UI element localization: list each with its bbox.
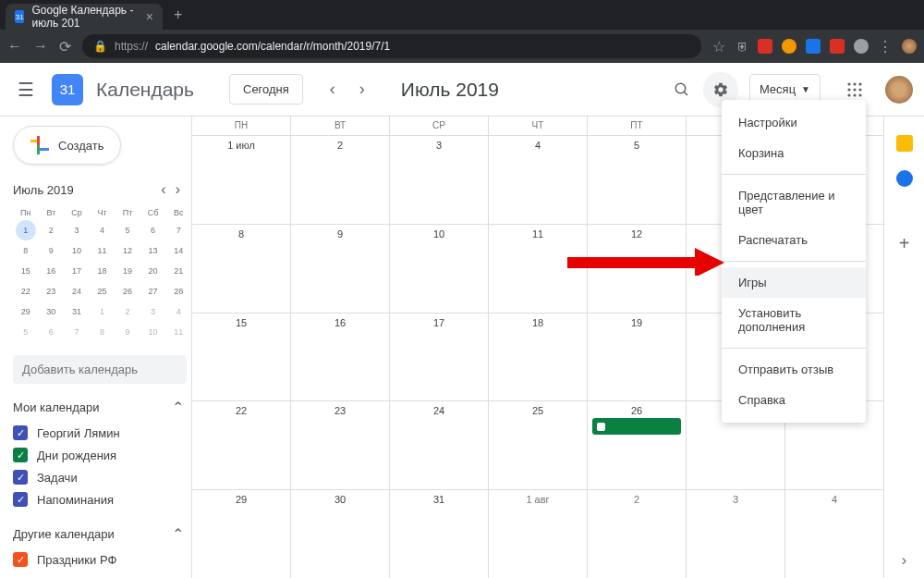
- mini-day[interactable]: 5: [117, 220, 138, 240]
- today-button[interactable]: Сегодня: [229, 74, 303, 105]
- mini-day[interactable]: 6: [41, 322, 61, 342]
- mini-day[interactable]: 15: [16, 261, 36, 281]
- day-cell[interactable]: 26: [588, 401, 687, 489]
- mini-day[interactable]: 12: [117, 240, 138, 261]
- ext-icon-3[interactable]: [806, 39, 821, 54]
- browser-menu-icon[interactable]: ⋮: [878, 38, 893, 55]
- day-cell[interactable]: 16: [291, 314, 390, 401]
- mini-day[interactable]: 14: [168, 240, 188, 261]
- ext-icon-5[interactable]: [854, 39, 869, 54]
- mini-day[interactable]: 20: [143, 261, 164, 281]
- back-button[interactable]: ←: [7, 38, 22, 55]
- mini-day[interactable]: 8: [16, 240, 36, 261]
- mini-day[interactable]: 3: [67, 220, 87, 240]
- mini-day[interactable]: 9: [41, 240, 61, 261]
- tasks-icon[interactable]: [896, 170, 913, 187]
- mini-day[interactable]: 10: [143, 322, 164, 342]
- calendar-item[interactable]: ✓Напоминания: [13, 488, 191, 510]
- calendar-item[interactable]: ✓Георгий Лямин: [13, 422, 191, 444]
- dropdown-item[interactable]: Игры: [722, 267, 866, 298]
- forward-button[interactable]: →: [33, 38, 48, 55]
- mini-day[interactable]: 10: [67, 240, 87, 261]
- mini-day[interactable]: 27: [143, 281, 164, 301]
- calendar-checkbox[interactable]: ✓: [13, 470, 28, 485]
- mini-day[interactable]: 7: [67, 322, 87, 342]
- ext-icon-2[interactable]: [782, 39, 796, 54]
- star-icon[interactable]: ☆: [712, 38, 725, 55]
- day-cell[interactable]: 29: [192, 490, 291, 578]
- mini-day[interactable]: 4: [168, 301, 188, 322]
- profile-avatar-icon[interactable]: [902, 39, 917, 54]
- shield-icon[interactable]: ⛨: [736, 40, 748, 54]
- reload-button[interactable]: ⟳: [59, 38, 71, 55]
- day-cell[interactable]: 3: [687, 490, 785, 578]
- mini-day[interactable]: 4: [91, 220, 112, 240]
- mini-day[interactable]: 3: [143, 301, 164, 322]
- mini-day[interactable]: 11: [168, 322, 188, 342]
- day-cell[interactable]: 11: [489, 225, 588, 313]
- day-cell[interactable]: 4: [489, 136, 588, 224]
- prev-month-button[interactable]: ‹: [320, 77, 346, 103]
- calendar-checkbox[interactable]: ✓: [13, 492, 28, 507]
- mini-day[interactable]: 11: [91, 240, 112, 261]
- mini-day[interactable]: 25: [91, 281, 112, 301]
- mini-prev-button[interactable]: ‹: [157, 179, 169, 200]
- ext-icon-1[interactable]: [758, 39, 772, 54]
- mini-day[interactable]: 30: [41, 301, 61, 322]
- next-month-button[interactable]: ›: [349, 77, 375, 103]
- mini-day[interactable]: 17: [67, 261, 87, 281]
- mini-day[interactable]: 26: [117, 281, 138, 301]
- day-cell[interactable]: 31: [390, 490, 489, 578]
- calendar-checkbox[interactable]: ✓: [13, 552, 28, 567]
- mini-day[interactable]: 13: [143, 240, 164, 261]
- day-cell[interactable]: 19: [588, 314, 687, 401]
- main-menu-button[interactable]: ☰: [7, 71, 44, 108]
- calendar-checkbox[interactable]: ✓: [13, 425, 28, 440]
- ext-icon-4[interactable]: [830, 39, 845, 54]
- day-cell[interactable]: 3: [390, 136, 489, 224]
- mini-day[interactable]: 18: [91, 261, 112, 281]
- mini-day[interactable]: 16: [41, 261, 61, 281]
- day-cell[interactable]: 2: [291, 136, 390, 224]
- event-bar[interactable]: [592, 418, 681, 435]
- day-cell[interactable]: 15: [192, 314, 291, 401]
- day-cell[interactable]: 1 июл: [192, 136, 291, 224]
- dropdown-item[interactable]: Настройки: [722, 107, 866, 138]
- search-button[interactable]: [664, 72, 699, 107]
- day-cell[interactable]: 25: [489, 401, 588, 489]
- calendar-checkbox[interactable]: ✓: [13, 448, 28, 462]
- keep-icon[interactable]: [896, 135, 913, 152]
- other-calendars-toggle[interactable]: Другие календари ⌃: [13, 520, 191, 548]
- mini-day[interactable]: 31: [67, 301, 87, 322]
- mini-day[interactable]: 9: [117, 322, 138, 342]
- mini-next-button[interactable]: ›: [172, 179, 184, 200]
- dropdown-item[interactable]: Справка: [722, 385, 866, 415]
- mini-day[interactable]: 8: [91, 322, 112, 342]
- day-cell[interactable]: 22: [192, 401, 291, 489]
- day-cell[interactable]: 10: [390, 225, 489, 313]
- mini-day[interactable]: 24: [67, 281, 87, 301]
- mini-day[interactable]: 28: [168, 281, 188, 301]
- day-cell[interactable]: 1 авг: [489, 490, 588, 578]
- mini-day[interactable]: 7: [168, 220, 188, 240]
- day-cell[interactable]: 17: [390, 314, 489, 401]
- addons-plus-button[interactable]: +: [899, 233, 910, 254]
- day-cell[interactable]: 30: [291, 490, 390, 578]
- tab-close-icon[interactable]: ×: [146, 9, 153, 24]
- create-button[interactable]: Создать: [13, 126, 121, 165]
- mini-day[interactable]: 22: [16, 281, 36, 301]
- day-cell[interactable]: 12: [588, 225, 687, 313]
- day-cell[interactable]: 4: [785, 490, 883, 578]
- day-cell[interactable]: 9: [291, 225, 390, 313]
- mini-day[interactable]: 1: [16, 220, 36, 240]
- mini-day[interactable]: 19: [117, 261, 138, 281]
- my-calendars-toggle[interactable]: Мои календари ⌃: [13, 393, 191, 422]
- day-cell[interactable]: 8: [192, 225, 291, 313]
- mini-day[interactable]: 2: [41, 220, 61, 240]
- calendar-item[interactable]: ✓Праздники РФ: [13, 548, 191, 571]
- day-cell[interactable]: 18: [489, 314, 588, 401]
- new-tab-button[interactable]: +: [174, 6, 182, 23]
- mini-day[interactable]: 21: [168, 261, 188, 281]
- mini-day[interactable]: 23: [41, 281, 61, 301]
- mini-day[interactable]: 1: [91, 301, 112, 322]
